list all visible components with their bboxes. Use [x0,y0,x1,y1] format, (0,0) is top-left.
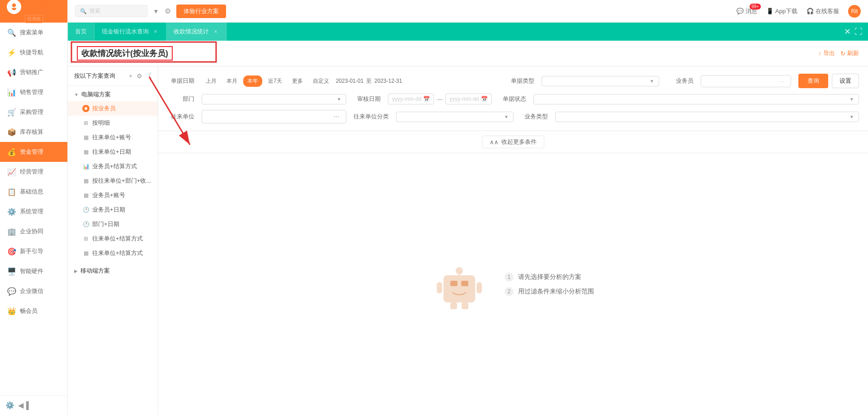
dept-select[interactable]: ▼ [202,94,346,104]
scheme-item-salesman-date[interactable]: 🕐 业务员+日期 [68,203,158,217]
collapse-button[interactable]: ∧∧ 收起更多条件 [482,136,544,148]
sidebar-item-smart-hw[interactable]: 🖥️ 智能硬件 [0,261,67,281]
review-date-label: 审核日期 [354,95,381,103]
scheme-item-customer-account[interactable]: ▦ 往来单位+账号 [68,130,158,145]
review-date-from-input[interactable]: yyyy-mm-dd 📅 [388,94,434,104]
collapse-bar[interactable]: ∧∧ 收起更多条件 [158,131,868,153]
app-download-icon: 📱 [766,8,774,14]
salesman-account-icon: ▦ [82,192,90,199]
sidebar-item-wechat[interactable]: 💬 企业微信 [0,281,67,301]
scheme-group-mobile-header[interactable]: ▶ 移动端方案 [68,264,158,278]
sidebar-item-search[interactable]: 🔍 搜索菜单 [0,23,67,42]
tab-close-all-icon[interactable]: ✕ [844,27,851,37]
user-avatar[interactable]: Rit [848,5,861,18]
detail-icon: ⊞ [82,119,90,127]
tip-text-1: 请先选择要分析的方案 [518,273,581,281]
shortcut-more[interactable]: 更多 [288,75,307,87]
tab-fullscreen-icon[interactable]: ⛶ [854,27,863,37]
biz-type-select[interactable]: ▼ [555,112,859,122]
sidebar-item-system[interactable]: ⚙️ 系统管理 [0,202,67,222]
sidebar-item-label: 资金管理 [20,148,43,156]
scheme-item-label: 业务员+结算方式 [92,162,137,170]
query-button[interactable]: 查询 [798,74,828,88]
refresh-label: 刷新 [847,49,859,57]
header-search[interactable]: 🔍 搜索 [75,5,147,17]
counterpart-type-label: 往来单位分类 [354,113,389,121]
tab-home[interactable]: 首页 [68,23,94,41]
sidebar-item-guide[interactable]: 🎯 新手引导 [0,241,67,261]
tab-collection-stat[interactable]: 收款情况统计 × [166,23,226,41]
scheme-item-label: 业务员+日期 [92,206,125,214]
header-gear-icon[interactable]: ⚙ [165,7,171,15]
settings-button[interactable]: 设置 [832,74,859,88]
sidebar-item-quick-nav[interactable]: ⚡ 快捷导航 [0,42,67,62]
sidebar-item-inventory[interactable]: 📦 库存核算 [0,122,67,142]
app-download-label: App下载 [775,7,797,15]
scheme-item-salesman-settlement[interactable]: 📊 业务员+结算方式 [68,159,158,174]
trial-button[interactable]: 体验行业方案 [176,5,226,18]
scheme-item-by-detail[interactable]: ⊞ 按明细 [68,116,158,130]
doc-status-select[interactable]: ▼ [533,94,859,104]
more-icon[interactable]: ··· [779,78,784,85]
export-button[interactable]: ↑ 导出 [819,49,835,57]
sidebar-item-label: 智能硬件 [20,267,43,275]
counterpart-select[interactable]: ··· [202,110,346,123]
service-icon: 🎧 [807,8,814,14]
settings-bottom-icon[interactable]: ⚙️ [5,401,14,410]
scheme-item-salesman-account[interactable]: ▦ 业务员+账号 [68,188,158,203]
shortcut-last-month[interactable]: 上月 [202,75,221,87]
date-shortcuts: 上月 本月 本年 近7天 更多 自定义 [202,75,333,87]
shortcut-this-year[interactable]: 本年 [243,75,262,87]
salesman-select[interactable]: ··· [701,75,791,87]
collection-stat-tab-close[interactable]: × [212,28,219,35]
collapse-panel-icon[interactable]: 《 [145,72,151,80]
scheme-item-by-salesman[interactable]: 按业务员 [68,101,158,116]
sidebar-item-label: 快捷导航 [20,48,43,57]
shortcut-custom[interactable]: 自定义 [309,75,333,87]
shortcut-this-month[interactable]: 本月 [222,75,241,87]
counterpart-more-icon[interactable]: ··· [332,113,341,121]
header-dropdown-icon[interactable]: ▼ [153,8,159,15]
panel-title: 按以下方案查询 [74,72,125,80]
app-download-button[interactable]: 📱 App下载 [766,7,797,15]
sidebar-item-member[interactable]: 👑 畅会员 [0,301,67,321]
date-filter-label: 单据日期 [167,77,194,85]
sidebar-item-operation[interactable]: 📈 经营管理 [0,162,67,182]
add-scheme-icon[interactable]: ＋ [127,72,134,80]
sidebar-item-purchase[interactable]: 🛒 采购管理 [0,102,67,122]
sidebar-item-label: 畅会员 [20,307,38,315]
sidebar-item-basic-info[interactable]: 📋 基础信息 [0,182,67,202]
counterpart-type-select[interactable]: ▼ [396,112,514,122]
sidebar-item-marketing[interactable]: 📢 营销推广 [0,62,67,82]
scheme-item-customer-dept[interactable]: ▦ 按往来单位+部门+收... [68,174,158,188]
refresh-button[interactable]: ↻ 刷新 [840,49,859,57]
salesman-date-icon: 🕐 [82,206,90,213]
review-date-to-input[interactable]: yyyy-mm-dd 📅 [445,94,491,104]
collapse-label: 收起更多条件 [501,138,537,146]
panel-header: 按以下方案查询 ＋ ⚙ 《 [68,66,158,86]
shortcut-7days[interactable]: 近7天 [264,75,286,87]
tab-bank-flow[interactable]: 现金银行流水查询 × [94,23,166,41]
collapse-sidebar-icon[interactable]: ◀▐ [18,401,28,410]
purchase-icon: 🛒 [7,108,16,117]
doc-type-select[interactable]: ▼ [542,76,659,86]
scheme-item-customer-settlement2[interactable]: ▦ 往来单位+结算方式 [68,246,158,260]
sidebar-item-sales[interactable]: 📊 销售管理 [0,82,67,102]
bank-flow-tab-label: 现金银行流水查询 [102,28,149,36]
scheme-settings-icon[interactable]: ⚙ [137,72,142,80]
scheme-group-desktop-header[interactable]: ▼ 电脑端方案 [68,88,158,101]
message-button[interactable]: 💬 消息 99+ [736,7,757,15]
sidebar-item-enterprise[interactable]: 🏢 企业协同 [0,222,67,241]
counterpart-type-arrow: ▼ [504,114,509,119]
robot-illustration [432,257,486,311]
export-icon: ↑ [819,50,822,57]
scheme-item-customer-settlement1[interactable]: ⊞ 往来单位+结算方式 [68,231,158,246]
system-icon: ⚙️ [7,207,16,216]
sidebar-item-finance[interactable]: 💰 资金管理 [0,142,67,162]
scheme-item-customer-date[interactable]: ▦ 往来单位+日期 [68,145,158,159]
bank-flow-tab-close[interactable]: × [152,28,159,35]
enterprise-icon: 🏢 [7,227,16,236]
sidebar-navigation: 🔍 搜索菜单 ⚡ 快捷导航 📢 营销推广 📊 销售管理 🛒 采购管理 📦 [0,23,67,395]
scheme-item-dept-date[interactable]: 🕐 部门+日期 [68,217,158,231]
online-service-button[interactable]: 🎧 在线客服 [807,7,839,15]
